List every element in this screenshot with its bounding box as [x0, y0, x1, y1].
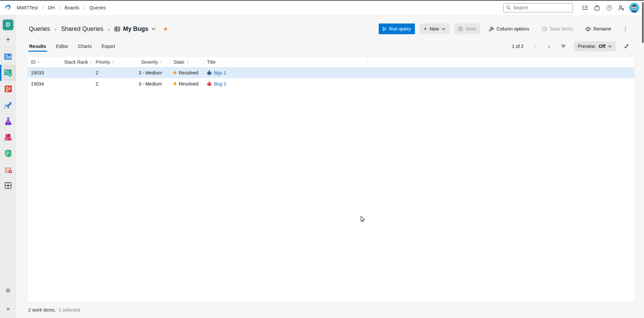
- favorite-star-icon[interactable]: ★: [163, 26, 168, 32]
- cell-id: 15034: [28, 78, 62, 89]
- column-header-filler: [367, 57, 634, 67]
- sidebar-item-artifacts[interactable]: [0, 129, 16, 145]
- project-avatar[interactable]: D: [3, 19, 13, 30]
- top-bar: MWITTest / DH / Boards / Queries ?: [0, 1, 644, 15]
- save-items-button[interactable]: Save items: [538, 23, 577, 34]
- azure-devops-logo-icon[interactable]: [5, 4, 12, 11]
- table-row[interactable]: 15033 2 3 - Medium Resolved Bgu 1: [28, 67, 634, 78]
- run-query-label: Run query: [389, 26, 411, 32]
- search-box[interactable]: [503, 3, 573, 12]
- marketplace-bag-icon[interactable]: [591, 2, 603, 14]
- tabs: Results Editor Charts Export: [29, 41, 115, 52]
- sidebar-item-grid[interactable]: [0, 177, 16, 194]
- rename-icon: [586, 26, 591, 32]
- sidebar-item-container-add[interactable]: [0, 161, 16, 177]
- sort-asc-icon: ↑: [90, 60, 92, 64]
- preview-label: Preview:: [578, 44, 596, 49]
- query-path-shared-queries[interactable]: Shared Queries: [61, 25, 103, 33]
- preview-toggle-button[interactable]: Preview: Off: [574, 41, 616, 51]
- breadcrumb: MWITTest / DH / Boards / Queries: [17, 5, 106, 10]
- column-label: State: [173, 59, 184, 65]
- cell-priority: 2: [93, 67, 118, 78]
- sidebar-item-shield-check[interactable]: [0, 145, 16, 161]
- save-button[interactable]: Save: [454, 23, 480, 34]
- plus-icon: +: [6, 35, 10, 44]
- column-label: Severity: [141, 59, 158, 65]
- test-plans-icon: [4, 116, 13, 126]
- add-project-item-button[interactable]: +: [0, 33, 16, 46]
- column-header-priority[interactable]: Priority ↑: [93, 57, 118, 67]
- breadcrumb-boards[interactable]: Boards: [64, 5, 79, 10]
- user-settings-icon[interactable]: [615, 2, 627, 14]
- sidebar-item-repos[interactable]: [0, 81, 16, 97]
- more-actions-button[interactable]: ⋮: [620, 23, 631, 34]
- cell-title: Bug 2: [204, 78, 367, 89]
- cell-stack-rank: [62, 78, 93, 89]
- ellipsis-vertical-icon: ⋮: [623, 25, 628, 33]
- main-content: Queries › Shared Queries › My Bugs ★ Run…: [16, 15, 644, 318]
- fullscreen-button[interactable]: [621, 41, 632, 52]
- sidebar-item-test-plans[interactable]: [0, 113, 16, 129]
- sidebar-bottom: »: [0, 284, 16, 318]
- run-query-button[interactable]: Run query: [379, 23, 415, 34]
- column-options-button[interactable]: Column options: [485, 23, 533, 34]
- view-controls: 1 of 2 ↑ ↓ Preview: Off: [512, 41, 632, 52]
- scrollbar-thumb[interactable]: [642, 2, 644, 43]
- sidebar-collapse-button[interactable]: »: [0, 301, 16, 316]
- cell-priority: 2: [93, 78, 118, 89]
- user-avatar[interactable]: [629, 3, 639, 13]
- filter-icon: [561, 45, 566, 48]
- tab-charts[interactable]: Charts: [77, 41, 92, 52]
- help-icon[interactable]: ?: [603, 2, 615, 14]
- query-title-dropdown[interactable]: [152, 28, 156, 30]
- grid-icon: [4, 182, 12, 189]
- double-chevron-icon: »: [6, 305, 10, 312]
- breadcrumb-queries[interactable]: Queries: [89, 5, 106, 10]
- gear-icon: [5, 287, 11, 294]
- column-options-label: Column options: [497, 26, 529, 32]
- tab-results[interactable]: Results: [29, 41, 47, 52]
- sidebar-divider: [3, 47, 13, 47]
- new-button[interactable]: + New: [420, 23, 449, 34]
- breadcrumb-org[interactable]: MWITTest: [17, 5, 38, 10]
- rename-button[interactable]: Rename: [582, 23, 615, 34]
- cell-title: Bgu 1: [204, 67, 367, 78]
- next-item-button[interactable]: ↓: [544, 41, 554, 52]
- repos-icon: [4, 84, 13, 94]
- wrench-icon: [489, 26, 494, 32]
- column-header-title[interactable]: Title: [204, 57, 367, 67]
- tab-editor[interactable]: Editor: [56, 41, 69, 52]
- column-header-state[interactable]: State ↑: [170, 57, 204, 67]
- query-table-icon: [114, 26, 120, 32]
- work-item-link[interactable]: Bug 2: [214, 81, 226, 87]
- scrollbar[interactable]: [642, 1, 644, 318]
- project-settings-button[interactable]: [0, 284, 16, 297]
- filter-button[interactable]: [558, 41, 569, 52]
- column-header-stack-rank[interactable]: Stack Rank ↑: [62, 57, 93, 67]
- selected-count: 1 selected: [58, 307, 80, 313]
- breadcrumb-project[interactable]: DH: [48, 5, 55, 10]
- pager-position: 1 of 2: [512, 44, 524, 49]
- breadcrumb-separator: /: [59, 5, 60, 10]
- query-title[interactable]: My Bugs: [123, 25, 148, 33]
- cell-state: Resolved: [170, 67, 204, 78]
- search-input[interactable]: [513, 5, 567, 10]
- previous-item-button[interactable]: ↑: [530, 41, 540, 52]
- sidebar-item-overview[interactable]: [0, 49, 16, 65]
- bug-icon: [207, 70, 212, 75]
- work-item-link[interactable]: Bgu 1: [214, 70, 226, 75]
- sidebar-item-boards[interactable]: [0, 65, 16, 81]
- artifacts-icon: [3, 132, 13, 142]
- work-items-list-icon[interactable]: [579, 2, 591, 14]
- expand-icon: [624, 44, 629, 49]
- new-label: New: [430, 26, 439, 32]
- query-path-queries[interactable]: Queries: [29, 25, 50, 33]
- preview-value: Off: [599, 44, 605, 49]
- column-header-id[interactable]: ID ↑: [28, 57, 62, 67]
- boards-icon: [3, 68, 13, 78]
- column-header-severity[interactable]: Severity ↑: [118, 57, 170, 67]
- table-row[interactable]: 15034 2 3 - Medium Resolved Bug 2: [28, 78, 634, 89]
- sidebar-item-pipelines[interactable]: [0, 97, 16, 113]
- tab-export[interactable]: Export: [101, 41, 115, 52]
- column-label: Priority: [96, 59, 110, 65]
